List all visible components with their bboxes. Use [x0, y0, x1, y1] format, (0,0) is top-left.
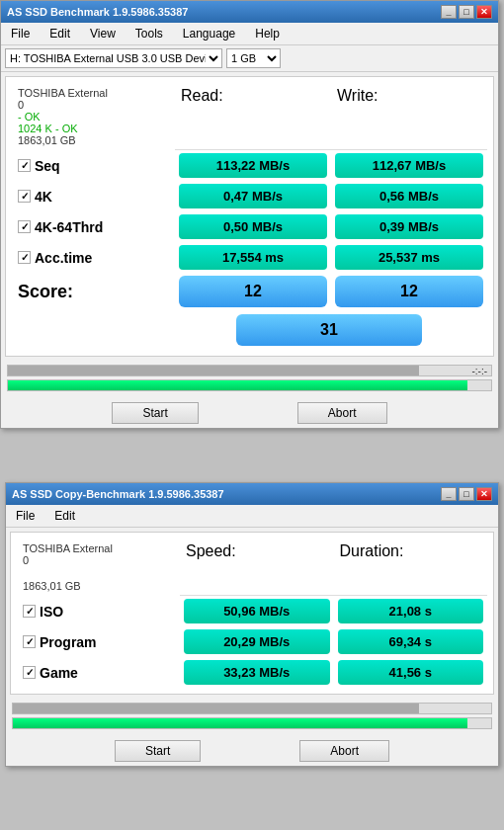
game-label: Game — [40, 665, 78, 681]
program-speed-cell: 20,29 MB/s — [180, 626, 334, 657]
copy-abort-button[interactable]: Abort — [299, 740, 389, 762]
copy-benchmark-grid: TOSHIBA External 0 1863,01 GB Speed: Dur… — [17, 539, 487, 688]
copy-progress-area — [6, 699, 498, 736]
window-title: AS SSD Benchmark 1.9.5986.35387 — [7, 6, 188, 18]
menu-file[interactable]: File — [5, 25, 36, 42]
minimize-button[interactable]: _ — [441, 5, 457, 19]
menu-language[interactable]: Language — [177, 25, 241, 42]
4k64-read-cell: 0,50 MB/s — [175, 211, 331, 242]
benchmark-content: TOSHIBA External 0 - OK 1024 K - OK 1863… — [5, 76, 494, 357]
copy-drive-size: 1863,01 GB — [23, 580, 174, 592]
copy-drive-name: TOSHIBA External — [23, 542, 174, 554]
copy-title-bar: AS SSD Copy-Benchmark 1.9.5986.35387 _ □… — [6, 483, 498, 505]
total-score-value: 31 — [236, 314, 421, 346]
write-header: Write: — [331, 83, 487, 150]
acctime-label-cell: ✓ Acc.time — [12, 242, 175, 273]
copy-window-controls: _ □ ✕ — [441, 487, 492, 501]
4k64-checkbox[interactable]: ✓ — [18, 220, 31, 233]
program-checkbox[interactable]: ✓ — [23, 635, 36, 648]
menu-help[interactable]: Help — [249, 25, 286, 42]
status-ok2: 1024 K - OK — [18, 123, 169, 134]
copy-maximize-button[interactable]: □ — [459, 487, 474, 501]
seq-write-cell: 112,67 MB/s — [331, 150, 487, 181]
seq-checkbox[interactable]: ✓ — [18, 159, 31, 172]
abort-button[interactable]: Abort — [297, 402, 387, 424]
4k-read-value: 0,47 MB/s — [179, 184, 327, 208]
drive-info: TOSHIBA External 0 - OK 1024 K - OK 1863… — [12, 83, 175, 150]
seq-label-cell: ✓ Seq — [12, 150, 175, 181]
copy-drive-info: TOSHIBA External 0 1863,01 GB — [17, 539, 180, 596]
size-selector[interactable]: 1 GB — [226, 48, 281, 68]
progress-label: -:-:- — [471, 366, 487, 377]
window-controls: _ □ ✕ — [441, 5, 492, 19]
progress-track-2 — [7, 379, 492, 391]
4k64-write-cell: 0,39 MB/s — [331, 211, 487, 242]
copy-progress-track-2 — [12, 717, 492, 729]
seq-write-value: 112,67 MB/s — [335, 153, 483, 178]
copy-minimize-button[interactable]: _ — [441, 487, 457, 501]
iso-label-cell: ✓ ISO — [17, 596, 180, 626]
copy-menu-file[interactable]: File — [10, 507, 41, 525]
game-duration-cell: 41,56 s — [334, 657, 488, 688]
4k-write-cell: 0,56 MB/s — [331, 181, 487, 211]
4k-checkbox[interactable]: ✓ — [18, 190, 31, 203]
menu-edit[interactable]: Edit — [43, 25, 76, 42]
score-label-cell: Score: — [12, 273, 175, 310]
menu-tools[interactable]: Tools — [129, 25, 169, 42]
seq-label: Seq — [35, 158, 60, 174]
acctime-checkbox[interactable]: ✓ — [18, 251, 31, 264]
copy-drive-blank — [23, 566, 174, 580]
drive-size: 1863,01 GB — [18, 134, 169, 146]
iso-label: ISO — [40, 604, 63, 620]
4k-label-cell: ✓ 4K — [12, 181, 175, 211]
total-score-row: 31 — [12, 310, 487, 350]
button-row: Start Abort — [1, 398, 498, 428]
progress-area: -:-:- — [1, 361, 498, 398]
acctime-write-value: 25,537 ms — [335, 245, 483, 270]
copy-menu-edit[interactable]: Edit — [48, 507, 81, 525]
iso-checkbox[interactable]: ✓ — [23, 605, 36, 618]
acctime-label: Acc.time — [35, 250, 92, 266]
copy-benchmark-content: TOSHIBA External 0 1863,01 GB Speed: Dur… — [10, 532, 494, 695]
drive-selector[interactable]: H: TOSHIBA External USB 3.0 USB Devi... — [5, 48, 222, 68]
program-label-cell: ✓ Program — [17, 626, 180, 657]
start-button[interactable]: Start — [112, 402, 198, 424]
maximize-button[interactable]: □ — [459, 5, 474, 19]
program-duration-value: 69,34 s — [338, 629, 484, 654]
menu-view[interactable]: View — [84, 25, 122, 42]
iso-speed-value: 50,96 MB/s — [184, 599, 330, 623]
close-button[interactable]: ✕ — [476, 5, 492, 19]
score-read-value: 12 — [179, 276, 327, 307]
acctime-read-value: 17,554 ms — [179, 245, 327, 270]
game-checkbox[interactable]: ✓ — [23, 666, 36, 679]
iso-duration-value: 21,08 s — [338, 599, 484, 623]
copy-progress-fill-2 — [13, 718, 467, 728]
copy-menu-bar: File Edit — [6, 505, 498, 528]
acctime-write-cell: 25,537 ms — [331, 242, 487, 273]
copy-drive-num: 0 — [23, 554, 174, 566]
toolbar: H: TOSHIBA External USB 3.0 USB Devi... … — [1, 45, 498, 72]
copy-window-title: AS SSD Copy-Benchmark 1.9.5986.35387 — [12, 488, 224, 500]
score-read-cell: 12 — [175, 273, 331, 310]
status-ok1: - OK — [18, 111, 169, 123]
progress-fill-2 — [8, 380, 467, 390]
game-speed-value: 33,23 MB/s — [184, 660, 330, 685]
drive-name: TOSHIBA External — [18, 87, 169, 99]
copy-progress-fill-1 — [13, 704, 419, 713]
copy-benchmark-window: AS SSD Copy-Benchmark 1.9.5986.35387 _ □… — [5, 482, 499, 767]
progress-track-1: -:-:- — [7, 365, 492, 376]
game-duration-value: 41,56 s — [338, 660, 484, 685]
copy-close-button[interactable]: ✕ — [476, 487, 492, 501]
4k64-write-value: 0,39 MB/s — [335, 214, 483, 239]
4k64-label-cell: ✓ 4K-64Thrd — [12, 211, 175, 242]
copy-start-button[interactable]: Start — [115, 740, 201, 762]
program-duration-cell: 69,34 s — [334, 626, 488, 657]
duration-header: Duration: — [334, 539, 488, 596]
iso-duration-cell: 21,08 s — [334, 596, 488, 626]
game-label-cell: ✓ Game — [17, 657, 180, 688]
benchmark-window: AS SSD Benchmark 1.9.5986.35387 _ □ ✕ Fi… — [0, 0, 499, 429]
copy-progress-track-1 — [12, 703, 492, 714]
iso-speed-cell: 50,96 MB/s — [180, 596, 334, 626]
seq-read-value: 113,22 MB/s — [179, 153, 327, 178]
copy-button-row: Start Abort — [6, 736, 498, 766]
